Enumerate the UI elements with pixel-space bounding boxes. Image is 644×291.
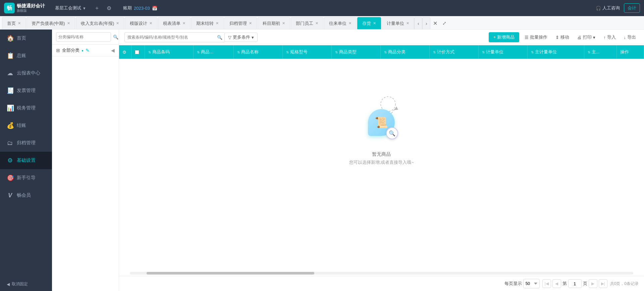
calendar-icon[interactable]: 📅: [152, 6, 157, 11]
th-main-abbr[interactable]: ⇅主...: [584, 45, 617, 59]
sidebar-label-basic-settings: 基础设置: [17, 157, 36, 163]
settings-icon[interactable]: ⚙: [104, 3, 114, 13]
th-spec[interactable]: ⇅规格型号: [283, 45, 332, 59]
sidebar-label-close-accounts: 结账: [17, 123, 26, 129]
tab-subjects-close[interactable]: ✕: [282, 21, 285, 26]
sidebar-item-ledger[interactable]: 📋 总账: [0, 47, 52, 64]
sidebar-label-vip: 畅会员: [17, 192, 31, 198]
tab-dept[interactable]: 部门员工 ✕: [291, 17, 323, 29]
add-tab-button[interactable]: ＋: [92, 3, 102, 13]
tab-dept-label: 部门员工: [296, 20, 313, 27]
filter-label: 更多条件: [233, 34, 250, 40]
prev-page-button[interactable]: ◀: [552, 279, 561, 288]
kuaiji-button[interactable]: 会计: [624, 3, 640, 13]
th-code[interactable]: ⇅商品...: [194, 45, 234, 59]
sidebar-item-tax[interactable]: 📊 税务管理: [0, 99, 52, 117]
sidebar-item-vip[interactable]: V 畅会员: [0, 187, 52, 204]
tab-archive-close[interactable]: ✕: [249, 21, 252, 26]
tab-contacts[interactable]: 往来单位 ✕: [324, 17, 357, 29]
sidebar-item-basic-settings[interactable]: ⚙ 基础设置: [0, 152, 52, 169]
th-settings[interactable]: ⚙: [119, 45, 131, 59]
horizontal-scrollbar[interactable]: [119, 271, 644, 276]
next-page-button[interactable]: ▶: [589, 279, 597, 288]
th-main-unit[interactable]: ⇅主计量单位: [528, 45, 584, 59]
period-area: 账期 2023-03 📅: [123, 5, 157, 11]
tab-archive[interactable]: 归档管理 ✕: [224, 17, 257, 29]
cloud-icon: ☁: [7, 69, 13, 77]
close-accounts-icon: 💰: [7, 122, 13, 129]
sidebar-item-cloud-reports[interactable]: ☁ 云报表中心: [0, 64, 52, 82]
sidebar: 🏠 首页 📋 总账 ☁ 云报表中心 🧾 发票管理 📊 税务管理 💰 结账 🗂 归…: [0, 30, 52, 291]
category-edit-icon[interactable]: ✎: [86, 48, 90, 53]
unpin-button[interactable]: ◀ 取消固定: [0, 277, 52, 291]
search-magnifier-icon[interactable]: 🔍: [217, 35, 222, 40]
select-all-checkbox[interactable]: [135, 50, 139, 54]
right-content: 🔍 ▽ 更多条件 ▾ + 新增商品 ☰ 批量操作: [119, 30, 644, 291]
page-label: 页: [583, 281, 587, 287]
category-search-input[interactable]: [56, 32, 111, 42]
tab-contacts-close[interactable]: ✕: [348, 21, 352, 26]
page-number-input[interactable]: [568, 279, 582, 288]
tab-tax[interactable]: 税表清单 ✕: [158, 17, 191, 29]
sidebar-item-invoice[interactable]: 🧾 发票管理: [0, 82, 52, 99]
sidebar-item-guide[interactable]: 🎯 新手引导: [0, 169, 52, 187]
th-name[interactable]: ⇅商品名称: [234, 45, 283, 59]
page-size-select: 每页显示 50 100 200: [504, 279, 540, 288]
tab-unit-close[interactable]: ✕: [406, 21, 409, 26]
tab-income-close[interactable]: ✕: [116, 21, 119, 26]
table-container: ⚙ ⇅商品条码 ⇅商品...: [119, 45, 644, 271]
tab-inventory[interactable]: 存货 ✕: [357, 17, 381, 29]
last-page-button[interactable]: ▶|: [599, 279, 607, 288]
batch-operation-button[interactable]: ☰ 批量操作: [522, 33, 550, 42]
home-icon: 🏠: [7, 35, 13, 42]
print-button[interactable]: 🖨 打印 ▾: [575, 33, 598, 42]
tab-home[interactable]: 首页 ✕: [2, 17, 26, 29]
filter-button[interactable]: ▽ 更多条件 ▾: [224, 33, 258, 42]
import-button[interactable]: ↑ 导入: [601, 33, 619, 42]
sidebar-item-home[interactable]: 🏠 首页: [0, 30, 52, 47]
th-type[interactable]: ⇅商品类型: [332, 45, 381, 59]
sidebar-item-archive[interactable]: 🗂 归档管理: [0, 134, 52, 152]
th-unit[interactable]: ⇅计量单位: [479, 45, 528, 59]
company-selector[interactable]: 基层工会测试 ▾: [55, 5, 86, 11]
tab-tax-close[interactable]: ✕: [182, 21, 185, 26]
tab-inventory-close[interactable]: ✕: [373, 21, 376, 26]
product-search-input[interactable]: [124, 32, 225, 42]
right-toolbar: 🔍 ▽ 更多条件 ▾ + 新增商品 ☰ 批量操作: [119, 30, 644, 45]
tab-period-close[interactable]: 期末结转 ✕: [191, 17, 224, 29]
export-button[interactable]: ↓ 导出: [621, 33, 639, 42]
period-value[interactable]: 2023-03: [134, 6, 150, 11]
tab-unit[interactable]: 计量单位 ✕: [382, 17, 414, 29]
tab-prev-button[interactable]: ‹: [414, 17, 422, 29]
tab-next-button[interactable]: ›: [422, 17, 430, 29]
first-page-button[interactable]: |◀: [542, 279, 551, 288]
tab-template[interactable]: 模版设计 ✕: [125, 17, 157, 29]
archive-icon: 🗂: [7, 140, 13, 147]
th-barcode[interactable]: ⇅商品条码: [145, 45, 194, 59]
tab-income[interactable]: 收入支出表(年报) ✕: [76, 17, 124, 29]
tab-period-close-close[interactable]: ✕: [216, 21, 219, 26]
tab-template-close[interactable]: ✕: [149, 21, 152, 26]
empty-title: 暂无商品: [372, 151, 391, 157]
th-price-method[interactable]: ⇅计价方式: [430, 45, 479, 59]
th-checkbox[interactable]: [131, 45, 145, 59]
page-size-dropdown[interactable]: 50 100 200: [523, 279, 540, 288]
sidebar-item-close-accounts[interactable]: 💰 结账: [0, 117, 52, 134]
consult-button[interactable]: 🎧 人工咨询: [596, 5, 620, 11]
sort-icon-10: ⇅: [588, 50, 590, 54]
tab-maximize-button[interactable]: ⤢: [440, 17, 449, 29]
tab-home-close[interactable]: ✕: [18, 21, 21, 26]
category-search-icon[interactable]: 🔍: [113, 35, 118, 40]
tab-balance-sheet-close[interactable]: ✕: [67, 21, 70, 26]
category-all-label[interactable]: 全部分类: [62, 47, 79, 53]
tab-balance-sheet[interactable]: 资产负债表(中期) ✕: [26, 17, 75, 29]
company-dropdown-icon[interactable]: ▾: [83, 6, 86, 11]
tab-subjects[interactable]: 科目期初 ✕: [258, 17, 290, 29]
scrollbar-thumb[interactable]: [147, 272, 314, 275]
add-product-button[interactable]: + 新增商品: [489, 32, 519, 42]
tab-dept-close[interactable]: ✕: [315, 21, 318, 26]
th-category[interactable]: ⇅商品分类: [381, 45, 430, 59]
tab-close-all-button[interactable]: ✕: [430, 17, 440, 29]
category-collapse-icon[interactable]: ◀: [111, 48, 115, 53]
move-button[interactable]: ⇕ 移动: [553, 33, 572, 42]
